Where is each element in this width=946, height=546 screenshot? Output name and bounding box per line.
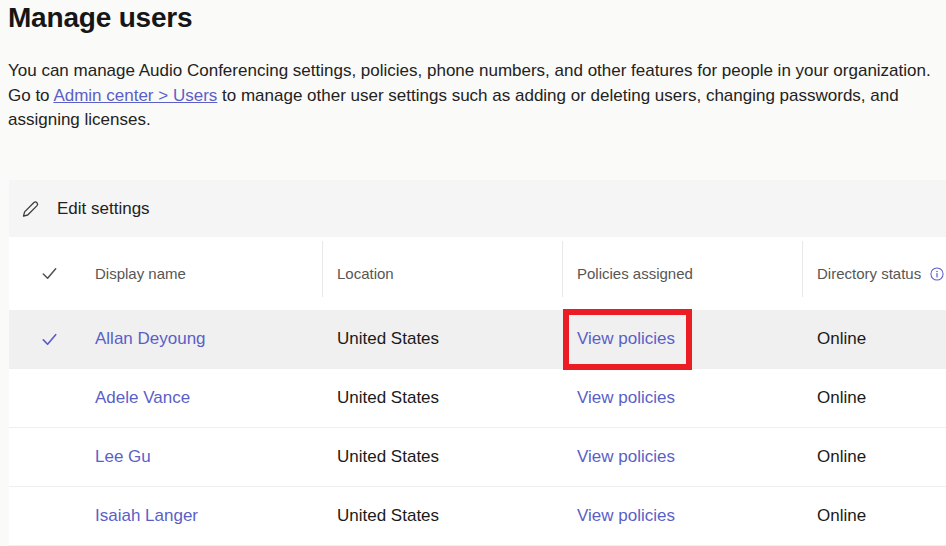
view-policies-link[interactable]: View policies	[577, 447, 675, 466]
edit-settings-label: Edit settings	[57, 199, 150, 219]
page-description: You can manage Audio Conferencing settin…	[8, 59, 942, 133]
view-policies-link[interactable]: View policies	[577, 506, 675, 525]
user-name-link[interactable]: Allan Deyoung	[95, 329, 206, 348]
page-title: Manage users	[8, 2, 192, 34]
view-policies-link[interactable]: View policies	[577, 388, 675, 407]
edit-settings-button[interactable]: Edit settings	[9, 180, 946, 237]
users-table-card: Edit settings Display name Location Poli…	[9, 180, 946, 546]
checkmark-icon	[40, 264, 59, 283]
table-header-row: Display name Location Policies assigned …	[9, 237, 946, 310]
table-row[interactable]: Adele Vance United States View policies …	[9, 369, 946, 428]
table-row[interactable]: Lee Gu United States View policies Onlin…	[9, 428, 946, 487]
location-value: United States	[322, 329, 562, 349]
row-checkbox[interactable]	[9, 330, 95, 349]
select-all-checkbox[interactable]	[9, 237, 95, 310]
column-header-policies-assigned[interactable]: Policies assigned	[562, 237, 802, 310]
column-header-location[interactable]: Location	[322, 237, 562, 310]
info-icon[interactable]	[929, 266, 945, 282]
user-name-link[interactable]: Lee Gu	[95, 447, 151, 466]
directory-status-value: Online	[802, 447, 946, 467]
table-row[interactable]: Isaiah Langer United States View policie…	[9, 487, 946, 546]
checkmark-icon	[40, 330, 59, 349]
column-header-directory-status[interactable]: Directory status	[802, 237, 946, 310]
pencil-icon	[21, 199, 41, 219]
location-value: United States	[322, 388, 562, 408]
admin-center-users-link[interactable]: Admin center > Users	[53, 86, 217, 105]
location-value: United States	[322, 447, 562, 467]
directory-status-value: Online	[802, 329, 946, 349]
column-header-display-name[interactable]: Display name	[95, 237, 322, 310]
user-name-link[interactable]: Adele Vance	[95, 388, 190, 407]
view-policies-link[interactable]: View policies	[577, 329, 675, 348]
directory-status-value: Online	[802, 388, 946, 408]
user-name-link[interactable]: Isaiah Langer	[95, 506, 198, 525]
directory-status-value: Online	[802, 506, 946, 526]
location-value: United States	[322, 506, 562, 526]
table-row[interactable]: Allan Deyoung United States View policie…	[9, 310, 946, 369]
